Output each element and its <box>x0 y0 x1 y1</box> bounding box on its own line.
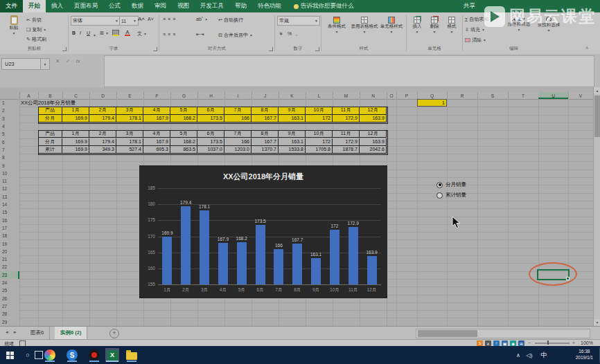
table-cell-H3[interactable]: 173.5 <box>197 115 224 122</box>
collapse-ribbon-button[interactable]: ˄ <box>585 46 588 51</box>
row-header-5[interactable]: 5 <box>0 130 19 138</box>
column-header-D[interactable]: D <box>89 92 117 99</box>
table-cell-I2[interactable]: 7月 <box>224 107 252 114</box>
column-header-U-label[interactable]: U <box>538 92 568 99</box>
chart-bar-12月[interactable] <box>367 256 377 284</box>
upload-tray-icon[interactable]: ↑ <box>493 340 500 346</box>
sogou-tray-icon[interactable]: S <box>477 340 483 346</box>
cut-button[interactable]: ✂ 剪切 <box>26 17 42 24</box>
table-cell-G5[interactable]: 5月 <box>170 130 197 138</box>
table-cell-G3[interactable]: 168.2 <box>170 115 197 122</box>
radio-累计销量[interactable]: 累计销量 <box>436 192 466 199</box>
table-cell-J6[interactable]: 167.7 <box>252 138 279 146</box>
underline-button[interactable]: U <box>87 30 90 35</box>
column-header-C[interactable]: C <box>62 92 90 99</box>
grid-tray-icon[interactable]: ⊞ <box>518 340 524 346</box>
insert-cells-button[interactable]: 插入▼ <box>409 17 425 34</box>
table-cell-M6[interactable]: 172.9 <box>333 138 360 146</box>
row-header-3[interactable]: 3 <box>0 115 19 122</box>
ribbon-tab-公式[interactable]: 公式 <box>103 0 126 12</box>
bold-button[interactable]: B <box>72 30 76 35</box>
cancel-formula-icon[interactable]: ✕ <box>55 58 60 64</box>
radio-unselected-icon[interactable] <box>436 192 443 199</box>
font-name-select[interactable]: 宋体▼ <box>71 16 121 26</box>
table-cell-B6[interactable]: 分月 <box>38 138 62 146</box>
row-header-29[interactable]: 29 <box>0 318 19 325</box>
table-cell-H2[interactable]: 6月 <box>197 107 224 114</box>
new-sheet-button[interactable]: + <box>109 329 119 338</box>
vertical-align-buttons[interactable]: ≡≡≡ <box>163 17 177 21</box>
ribbon-tab-开始[interactable]: 开始 <box>23 0 46 12</box>
table-cell-L5[interactable]: 10月 <box>306 130 333 138</box>
column-header-I[interactable]: I <box>224 92 252 99</box>
row-header-28[interactable]: 28 <box>0 310 19 318</box>
chart-bar-10月[interactable] <box>330 230 339 284</box>
zoom-level[interactable]: 100% <box>581 340 593 345</box>
table-cell-E5[interactable]: 3月 <box>116 130 143 138</box>
table-cell-I6[interactable]: 166 <box>224 138 252 146</box>
select-all-corner[interactable] <box>0 92 20 99</box>
table-cell-E7[interactable]: 527.4 <box>116 146 143 154</box>
table-cell-B7[interactable]: 累计 <box>38 146 62 154</box>
scroll-up-icon[interactable]: ▲ <box>594 87 600 94</box>
row-header-19[interactable]: 19 <box>0 239 19 247</box>
chart-bar-3月[interactable] <box>200 210 209 284</box>
table-cell-C2[interactable]: 1月 <box>62 107 89 114</box>
orientation-button[interactable]: ab˚ ▼ <box>196 17 208 21</box>
horizontal-scroll-thumb[interactable] <box>418 330 477 337</box>
row-header-11[interactable]: 11 <box>0 177 19 185</box>
column-header-B[interactable]: B <box>38 92 63 99</box>
column-header-L[interactable]: L <box>306 92 333 99</box>
conditional-formatting-button[interactable]: 条件格式▼ <box>324 17 350 34</box>
ribbon-tab-插入[interactable]: 插入 <box>46 0 69 12</box>
row-header-1[interactable]: 1 <box>0 99 19 107</box>
table-cell-L3[interactable]: 172 <box>306 115 333 122</box>
ribbon-tab-开发工具[interactable]: 开发工具 <box>195 0 229 12</box>
column-header-G[interactable]: G <box>170 92 198 99</box>
column-header-Q[interactable]: Q <box>417 92 448 99</box>
table-cell-N2[interactable]: 12月 <box>360 107 387 114</box>
sheet-tab-实例6 (2)[interactable]: 实例6 (2) <box>55 327 87 339</box>
table-cell-E2[interactable]: 3月 <box>116 107 143 114</box>
column-header-E[interactable]: E <box>116 92 144 99</box>
format-painter-button[interactable]: ✎ 格式刷 <box>26 36 46 43</box>
chart-bar-4月[interactable] <box>218 243 228 284</box>
table-cell-H5[interactable]: 6月 <box>197 130 224 138</box>
row-header-14[interactable]: 14 <box>0 201 19 208</box>
table-cell-N3[interactable]: 163.9 <box>360 115 387 122</box>
table-cell-G2[interactable]: 5月 <box>170 107 197 114</box>
column-header-R[interactable]: R <box>447 92 478 99</box>
column-header-H[interactable]: H <box>197 92 225 99</box>
sheet-nav-right-icon[interactable]: ▸ <box>14 329 17 335</box>
table-cell-J7[interactable]: 1370.7 <box>252 146 279 154</box>
shrink-font-button[interactable]: A˅ <box>148 17 154 21</box>
column-header-N[interactable]: N <box>360 92 387 99</box>
zoom-out-icon[interactable]: − <box>528 340 531 345</box>
delete-cells-button[interactable]: 删除▼ <box>426 17 443 34</box>
ribbon-tab-特色功能[interactable]: 特色功能 <box>252 0 287 12</box>
table-cell-H7[interactable]: 1037.0 <box>197 146 224 154</box>
radio-分月销量[interactable]: 分月销量 <box>436 181 466 188</box>
ribbon-tab-文件[interactable]: 文件 <box>0 0 23 12</box>
row-header-25[interactable]: 25 <box>0 286 19 294</box>
font-color-button[interactable]: A <box>125 29 130 36</box>
italic-button[interactable]: I <box>80 30 81 35</box>
table-cell-J5[interactable]: 8月 <box>252 130 279 138</box>
table-cell-N7[interactable]: 2042.6 <box>360 146 387 154</box>
zoom-in-icon[interactable]: + <box>572 340 575 345</box>
chart-bar-5月[interactable] <box>237 242 247 284</box>
table-cell-M5[interactable]: 11月 <box>333 130 360 138</box>
start-button[interactable] <box>3 348 17 362</box>
row-header-13[interactable]: 13 <box>0 193 19 201</box>
table-cell-I7[interactable]: 1203.0 <box>224 146 252 154</box>
table-cell-J2[interactable]: 8月 <box>252 107 279 114</box>
column-header-O[interactable]: O <box>387 92 397 99</box>
name-box-dropdown-icon[interactable]: ▼ <box>40 58 50 70</box>
wrap-text-button[interactable]: ↩ 自动换行 <box>218 17 243 24</box>
ribbon-tab-数据[interactable]: 数据 <box>126 0 149 12</box>
format-cells-button[interactable]: 格式▼ <box>443 17 460 34</box>
table-cell-N6[interactable]: 163.9 <box>360 138 387 146</box>
taskbar-app-colorwheel[interactable] <box>43 348 57 362</box>
table-cell-G6[interactable]: 168.2 <box>170 138 197 146</box>
chart-bar-9月[interactable] <box>311 258 321 284</box>
